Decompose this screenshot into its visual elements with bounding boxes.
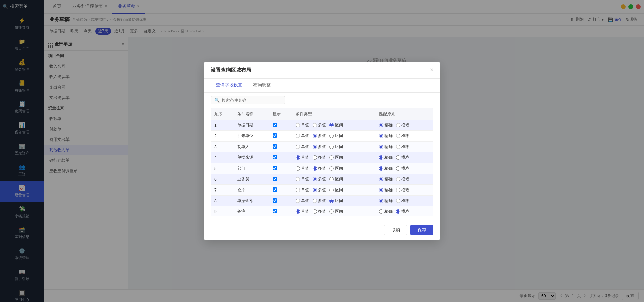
- show-checkbox-5[interactable]: [273, 166, 277, 170]
- cell-show-2[interactable]: [269, 131, 292, 142]
- cell-show-5[interactable]: [269, 163, 292, 174]
- cell-match-2[interactable]: 精确模糊: [376, 131, 433, 142]
- cell-type-1[interactable]: 单值多值区间: [292, 120, 376, 131]
- type-radio-1-单值[interactable]: 单值: [296, 122, 309, 128]
- type-radio-5-区间[interactable]: 区间: [329, 166, 343, 171]
- type-radio-8-多值[interactable]: 多值: [313, 198, 326, 204]
- match-radio-6-精确[interactable]: 精确: [379, 176, 393, 182]
- type-radio-9-区间[interactable]: 区间: [329, 209, 343, 215]
- cancel-button[interactable]: 取消: [384, 225, 407, 235]
- cell-match-6[interactable]: 精确模糊: [376, 174, 433, 185]
- cell-type-3[interactable]: 单值多值区间: [292, 142, 376, 152]
- show-checkbox-7[interactable]: [273, 187, 277, 192]
- type-radio-7-单值[interactable]: 单值: [296, 187, 309, 193]
- match-radio-6-模糊[interactable]: 模糊: [396, 176, 409, 182]
- cell-match-9[interactable]: 精确模糊: [376, 206, 433, 217]
- cell-seq-5: 5: [211, 163, 234, 174]
- cell-match-3[interactable]: 精确模糊: [376, 142, 433, 152]
- cell-type-2[interactable]: 单值多值区间: [292, 131, 376, 142]
- type-radio-2-单值[interactable]: 单值: [296, 133, 309, 139]
- match-radio-7-模糊[interactable]: 模糊: [396, 187, 409, 193]
- match-radio-2-精确[interactable]: 精确: [379, 133, 393, 139]
- type-radio-9-多值[interactable]: 多值: [313, 209, 326, 215]
- cell-show-9[interactable]: [269, 206, 292, 217]
- match-radio-8-模糊[interactable]: 模糊: [396, 198, 409, 204]
- dialog-tab-query-fields[interactable]: 查询字段设置: [211, 79, 248, 92]
- cell-type-4[interactable]: 单值多值区间: [292, 152, 376, 163]
- match-radio-4-模糊[interactable]: 模糊: [396, 155, 409, 160]
- type-radio-3-单值[interactable]: 单值: [296, 144, 309, 150]
- type-radio-5-多值[interactable]: 多值: [313, 166, 326, 171]
- cell-seq-3: 3: [211, 142, 234, 152]
- cell-show-4[interactable]: [269, 152, 292, 163]
- cell-show-1[interactable]: [269, 120, 292, 131]
- type-radio-8-区间[interactable]: 区间: [329, 198, 343, 204]
- cell-seq-6: 6: [211, 174, 234, 185]
- type-radio-3-区间[interactable]: 区间: [329, 144, 343, 150]
- type-radio-2-区间[interactable]: 区间: [329, 133, 343, 139]
- cell-show-3[interactable]: [269, 142, 292, 152]
- config-row-5: 5部门单值多值区间精确模糊: [211, 163, 433, 174]
- match-radio-3-模糊[interactable]: 模糊: [396, 144, 409, 150]
- cell-match-5[interactable]: 精确模糊: [376, 163, 433, 174]
- match-radio-8-精确[interactable]: 精确: [379, 198, 393, 204]
- config-row-3: 3制单人单值多值区间精确模糊: [211, 142, 433, 152]
- type-radio-7-多值[interactable]: 多值: [313, 187, 326, 193]
- type-radio-4-单值[interactable]: 单值: [296, 155, 309, 160]
- cell-show-7[interactable]: [269, 185, 292, 196]
- search-input-wrap: 🔍: [211, 96, 285, 104]
- show-checkbox-3[interactable]: [273, 144, 277, 149]
- type-radio-8-单值[interactable]: 单值: [296, 198, 309, 204]
- show-checkbox-8[interactable]: [273, 198, 277, 203]
- type-radio-6-单值[interactable]: 单值: [296, 176, 309, 182]
- cell-show-6[interactable]: [269, 174, 292, 185]
- type-radio-9-单值[interactable]: 单值: [296, 209, 309, 215]
- match-radio-1-精确[interactable]: 精确: [379, 122, 393, 128]
- dialog-tab-layout[interactable]: 布局调整: [248, 79, 276, 92]
- match-radio-1-模糊[interactable]: 模糊: [396, 122, 409, 128]
- cell-match-7[interactable]: 精确模糊: [376, 185, 433, 196]
- type-radio-2-多值[interactable]: 多值: [313, 133, 326, 139]
- cell-name-5: 部门: [234, 163, 269, 174]
- cell-name-1: 单据日期: [234, 120, 269, 131]
- cell-match-1[interactable]: 精确模糊: [376, 120, 433, 131]
- dialog-close-button[interactable]: ×: [430, 67, 433, 74]
- cell-match-8[interactable]: 精确模糊: [376, 196, 433, 206]
- cell-match-4[interactable]: 精确模糊: [376, 152, 433, 163]
- dialog-save-button[interactable]: 保存: [410, 225, 433, 235]
- show-checkbox-4[interactable]: [273, 155, 277, 159]
- dialog-header: 设置查询区域布局 ×: [204, 62, 440, 79]
- show-checkbox-9[interactable]: [273, 209, 277, 213]
- cell-type-6[interactable]: 单值多值区间: [292, 174, 376, 185]
- match-radio-7-精确[interactable]: 精确: [379, 187, 393, 193]
- cell-type-5[interactable]: 单值多值区间: [292, 163, 376, 174]
- type-radio-6-区间[interactable]: 区间: [329, 176, 343, 182]
- show-checkbox-2[interactable]: [273, 133, 277, 138]
- type-radio-7-区间[interactable]: 区间: [329, 187, 343, 193]
- show-checkbox-1[interactable]: [273, 123, 277, 127]
- cell-name-2: 往来单位: [234, 131, 269, 142]
- col-name: 条件名称: [234, 108, 269, 120]
- type-radio-4-多值[interactable]: 多值: [313, 155, 326, 160]
- match-radio-2-模糊[interactable]: 模糊: [396, 133, 409, 139]
- cell-type-8[interactable]: 单值多值区间: [292, 196, 376, 206]
- match-radio-3-精确[interactable]: 精确: [379, 144, 393, 150]
- type-radio-1-多值[interactable]: 多值: [313, 122, 326, 128]
- cell-type-9[interactable]: 单值多值区间: [292, 206, 376, 217]
- match-radio-5-精确[interactable]: 精确: [379, 166, 393, 171]
- type-radio-3-多值[interactable]: 多值: [313, 144, 326, 150]
- cell-seq-7: 7: [211, 185, 234, 196]
- type-radio-5-单值[interactable]: 单值: [296, 166, 309, 171]
- match-radio-9-精确[interactable]: 精确: [379, 209, 393, 215]
- cell-seq-9: 9: [211, 206, 234, 217]
- type-radio-6-多值[interactable]: 多值: [313, 176, 326, 182]
- match-radio-5-模糊[interactable]: 模糊: [396, 166, 409, 171]
- cell-show-8[interactable]: [269, 196, 292, 206]
- match-radio-4-精确[interactable]: 精确: [379, 155, 393, 160]
- cell-type-7[interactable]: 单值多值区间: [292, 185, 376, 196]
- show-checkbox-6[interactable]: [273, 177, 277, 181]
- match-radio-9-模糊[interactable]: 模糊: [396, 209, 409, 215]
- type-radio-1-区间[interactable]: 区间: [329, 122, 343, 128]
- type-radio-4-区间[interactable]: 区间: [329, 155, 343, 160]
- condition-search-input[interactable]: [222, 98, 276, 103]
